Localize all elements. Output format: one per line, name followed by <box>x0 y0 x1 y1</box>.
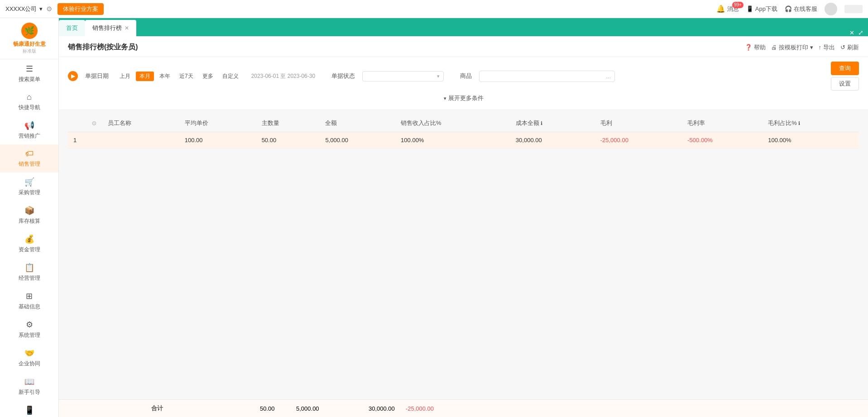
cart-icon: 🛒 <box>24 177 34 187</box>
refresh-button[interactable]: ↺ 刷新 <box>840 43 859 52</box>
sidebar-item-guide[interactable]: 📖 新手引导 <box>0 372 58 401</box>
goods-ellipsis-icon: ... <box>606 73 611 80</box>
top-header: XXXXX公司 ▾ ⚙ 体验行业方案 🔔 消息 99+ 📱 App下载 🎧 在线… <box>0 0 868 18</box>
cell-qty: 50.00 <box>256 132 320 149</box>
company-selector[interactable]: XXXXX公司 ▾ <box>5 5 43 13</box>
page-title: 销售排行榜(按业务员) <box>68 43 138 52</box>
table-row: 1 100.00 50.00 5,000.00 100.00% 30,000.0… <box>68 132 859 149</box>
column-settings-icon[interactable]: ⚙ <box>91 120 97 127</box>
main-layout: 🌿 畅康通好生意 标准版 ☰ 搜索菜单 ⌂ 快捷导航 📢 营销推广 🏷 销售管理… <box>0 18 868 417</box>
sidebar-item-purchase[interactable]: 🛒 采购管理 <box>0 173 58 201</box>
sales-ranking-table: ⚙ 员工名称 平均单价 主数量 全额 销售收入占比% 成本全额 ℹ 毛利 毛利率… <box>68 115 859 149</box>
sidebar-label: 新手引导 <box>19 388 40 396</box>
username-display <box>844 5 863 13</box>
expand-conditions-btn[interactable]: ▾ 展开更多条件 <box>68 91 859 105</box>
cell-name <box>102 132 179 149</box>
phone-icon: 📱 <box>746 5 753 12</box>
sidebar-item-operation[interactable]: 📋 经营管理 <box>0 258 58 287</box>
bell-icon: 🔔 <box>716 5 725 13</box>
th-profit: 毛利 <box>595 115 682 132</box>
content-area: 首页 销售排行榜 ✕ ✕ ⤢ 销售排行榜(按业务员) ❓ 帮助 <box>59 18 868 417</box>
print-chevron-icon: ▾ <box>810 44 813 51</box>
logo-icon: 🌿 <box>24 26 34 36</box>
tab-close-all-icon[interactable]: ✕ <box>849 29 854 36</box>
table-wrap: ⚙ 员工名称 平均单价 主数量 全额 销售收入占比% 成本全额 ℹ 毛利 毛利率… <box>59 110 868 399</box>
th-sales-pct: 销售收入占比% <box>395 115 510 132</box>
th-profit-pct: 毛利占比% ℹ <box>762 115 859 132</box>
th-amount: 全额 <box>320 115 395 132</box>
sidebar-item-app-center[interactable]: 📱 应用中心 <box>0 401 58 417</box>
logo-text-sub: 标准版 <box>23 48 36 54</box>
tab-home[interactable]: 首页 <box>59 20 85 36</box>
th-qty: 主数量 <box>256 115 320 132</box>
sidebar-item-sales[interactable]: 🏷 销售管理 <box>0 144 58 173</box>
help-icon: ❓ <box>745 44 752 51</box>
home-tab-label: 首页 <box>66 24 78 32</box>
sidebar-label: 经营管理 <box>19 274 40 282</box>
footer-label: 合计 <box>146 404 218 412</box>
th-cost: 成本全额 ℹ <box>510 115 595 132</box>
filter-bar: ▶ 单据日期 上月 本月 本年 近7天 更多 自定义 2023-06-01 至 … <box>59 57 868 110</box>
sidebar-item-basic[interactable]: ⊞ 基础信息 <box>0 287 58 315</box>
sidebar-item-collab[interactable]: 🤝 企业协同 <box>0 344 58 372</box>
cell-profit-pct: 100.00% <box>762 132 859 149</box>
sidebar-label: 基础信息 <box>19 303 40 311</box>
sidebar: 🌿 畅康通好生意 标准版 ☰ 搜索菜单 ⌂ 快捷导航 📢 营销推广 🏷 销售管理… <box>0 18 59 417</box>
goods-input[interactable]: ... <box>479 71 615 82</box>
sidebar-label: 库存核算 <box>19 217 40 225</box>
sidebar-item-system[interactable]: ⚙ 系统管理 <box>0 315 58 344</box>
company-name: XXXXX公司 <box>5 5 37 13</box>
footer-cost: 30,000.00 <box>363 405 400 412</box>
goods-label: 商品 <box>460 72 472 80</box>
page-actions: ❓ 帮助 🖨 按模板打印 ▾ ↑ 导出 ↺ 刷新 <box>745 43 859 52</box>
cell-avg-price: 100.00 <box>179 132 256 149</box>
th-settings[interactable]: ⚙ <box>86 115 102 132</box>
date-tab-year[interactable]: 本年 <box>156 72 174 81</box>
chevron-down-icon: ▾ <box>39 5 43 12</box>
status-select[interactable]: ▾ <box>362 71 444 81</box>
sidebar-item-quick-nav[interactable]: ⌂ 快捷导航 <box>0 88 58 116</box>
trial-button[interactable]: 体验行业方案 <box>58 3 104 15</box>
date-tab-custom[interactable]: 自定义 <box>219 72 242 81</box>
cost-info-icon[interactable]: ℹ <box>541 120 542 126</box>
settings-button[interactable]: 设置 <box>831 77 859 91</box>
book-icon: 📖 <box>24 377 34 387</box>
query-button[interactable]: 查询 <box>831 62 859 75</box>
help-button[interactable]: ❓ 帮助 <box>745 43 766 52</box>
date-tab-current-month[interactable]: 本月 <box>136 72 154 81</box>
app-icon: 📱 <box>24 405 34 415</box>
online-service-btn[interactable]: 🎧 在线客服 <box>785 5 817 13</box>
filter-toggle-btn[interactable]: ▶ <box>68 71 78 81</box>
sidebar-label: 企业协同 <box>19 360 40 368</box>
sidebar-item-inventory[interactable]: 📦 库存核算 <box>0 201 58 230</box>
filter-actions: 查询 设置 <box>831 62 859 91</box>
cell-amount: 5,000.00 <box>320 132 395 149</box>
sidebar-item-marketing[interactable]: 📢 营销推广 <box>0 116 58 144</box>
notification-btn[interactable]: 🔔 消息 99+ <box>716 5 739 13</box>
avatar[interactable] <box>825 3 837 15</box>
print-icon: 🖨 <box>771 44 777 51</box>
export-button[interactable]: ↑ 导出 <box>819 43 835 52</box>
print-button[interactable]: 🖨 按模板打印 ▾ <box>771 43 813 52</box>
sidebar-label: 营销推广 <box>19 132 40 140</box>
sidebar-label: 资金管理 <box>19 246 40 254</box>
profit-pct-info-icon[interactable]: ℹ <box>798 120 800 126</box>
date-label: 单据日期 <box>85 72 109 80</box>
tab-sales-ranking[interactable]: 销售排行榜 ✕ <box>85 20 136 36</box>
date-tab-7days[interactable]: 近7天 <box>176 72 197 81</box>
sidebar-item-finance[interactable]: 💰 资金管理 <box>0 230 58 258</box>
gear-icon[interactable]: ⚙ <box>46 5 52 13</box>
tab-expand-icon[interactable]: ⤢ <box>858 29 863 36</box>
sidebar-label: 搜索菜单 <box>19 76 40 83</box>
tab-close-icon[interactable]: ✕ <box>125 25 129 31</box>
date-range-display: 2023-06-01 至 2023-06-30 <box>251 72 315 80</box>
box-icon: 📦 <box>24 206 34 216</box>
footer-amount: 5,000.00 <box>291 405 327 412</box>
sidebar-item-search-order[interactable]: ☰ 搜索菜单 <box>0 59 58 88</box>
date-tab-more[interactable]: 更多 <box>199 72 217 81</box>
app-download-btn[interactable]: 📱 App下载 <box>746 5 777 13</box>
date-tab-last-month[interactable]: 上月 <box>116 72 134 81</box>
header-right: 🔔 消息 99+ 📱 App下载 🎧 在线客服 <box>716 3 863 15</box>
cell-rank: 1 <box>68 132 86 149</box>
tag-icon: 🏷 <box>25 149 34 158</box>
